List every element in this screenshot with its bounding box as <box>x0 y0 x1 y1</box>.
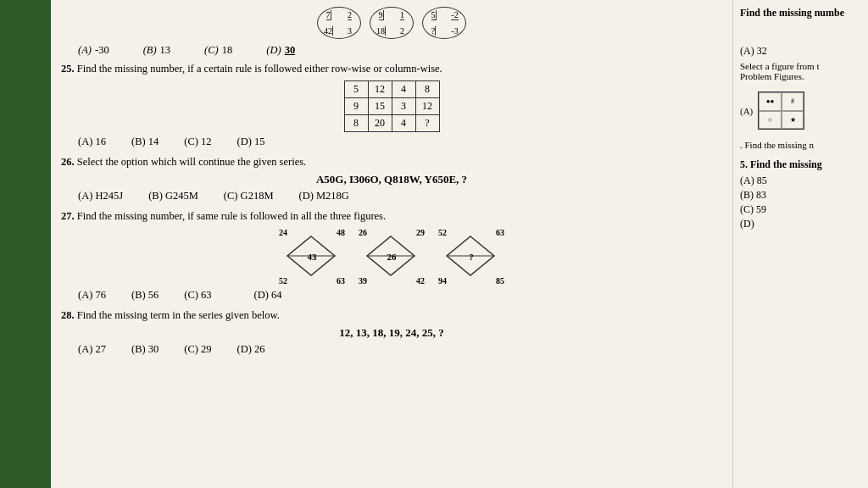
q26-text: 26. Select the option which will continu… <box>61 155 722 170</box>
right-panel: Find the missing numbe (A) 32 Select a f… <box>732 0 868 488</box>
d3-br: 85 <box>496 276 504 286</box>
cell: 20 <box>368 114 392 131</box>
cell: 4 <box>392 114 415 131</box>
q28-text: 28. Find the missing term in the series … <box>61 308 722 324</box>
cell: 5 <box>431 10 437 20</box>
option-b: (B) G245M <box>148 190 198 202</box>
table-row: 8 20 4 ? <box>344 114 439 131</box>
cell: 4 <box>392 80 415 97</box>
d1-tr: 48 <box>337 228 345 237</box>
left-panel <box>0 0 51 488</box>
cell: -2 <box>451 10 458 20</box>
cell: 3 <box>348 26 352 36</box>
box-cell-br: ★ <box>782 111 804 130</box>
q27-options: (A) 76 (B) 56 (C) 63 (D) 64 <box>61 289 722 302</box>
cell: 12 <box>368 80 392 97</box>
cell: 15 <box>368 97 392 114</box>
box-cell-bl: ○ <box>759 111 782 130</box>
option-c: (C) G218M <box>224 190 274 202</box>
right-panel-title: Find the missing numbe <box>740 7 861 19</box>
question-26: 26. Select the option which will continu… <box>61 155 722 203</box>
d1-br: 63 <box>337 276 345 286</box>
option-a: (A) -30 <box>78 44 109 57</box>
right-answer-section: (A) 32 Select a figure from tProblem Fig… <box>740 45 861 81</box>
d1-center: 43 <box>308 252 317 262</box>
option-b: (B) 56 <box>131 289 159 302</box>
cell: 18 <box>376 26 386 36</box>
d1-bl: 52 <box>279 276 287 286</box>
q25-text: 25. Find the missing number, if a certai… <box>61 62 722 77</box>
q5-section: 5. Find the missing (A) 85 (B) 83 (C) 59… <box>740 158 861 230</box>
top-options: (A) -30 (B) 13 (C) 18 (D) 30 <box>61 44 722 57</box>
d3-center: ? <box>469 252 474 262</box>
option-c: (C) 29 <box>184 343 211 356</box>
q5-option-c: (C) 59 <box>740 203 861 216</box>
q25-table: 5 12 4 8 9 15 3 12 8 20 4 ? <box>344 80 440 132</box>
circle-fig-2: 9 1 18 2 <box>370 7 414 39</box>
q5-title: 5. Find the missing <box>740 158 861 171</box>
cell: 2 <box>348 10 352 20</box>
option-b: (B) 30 <box>131 343 159 356</box>
right-fig-box: ●● # ○ ★ <box>758 92 804 130</box>
q27-text: 27. Find the missing number, if same rul… <box>61 209 722 225</box>
circle-fig-3: 5 -2 ? -3 <box>422 7 466 39</box>
option-a: (A) 16 <box>78 136 106 148</box>
d2-br: 42 <box>416 276 425 286</box>
question-25: 25. Find the missing number, if a certai… <box>61 62 722 148</box>
circle-fig-1: 7 2 42 3 <box>317 7 361 39</box>
option-b: (B) 14 <box>131 136 159 148</box>
cell: 5 <box>344 80 368 97</box>
cell: 42 <box>324 26 333 36</box>
option-d: (D) 64 <box>254 289 282 302</box>
right-subtitle: Select a figure from tProblem Figures. <box>740 61 861 81</box>
q5-option-a: (A) 85 <box>740 175 861 187</box>
option-d: (D) 15 <box>237 136 265 148</box>
option-a: (A) H245J <box>78 190 123 202</box>
table-row: 5 12 4 8 <box>344 80 439 97</box>
cell: 1 <box>400 10 404 20</box>
option-a: (A) 27 <box>78 343 106 356</box>
q28-series: 12, 13, 18, 19, 24, 25, ? <box>61 326 722 340</box>
option-a: (A) 76 <box>78 289 106 302</box>
option-c: (C) 12 <box>184 136 211 148</box>
cell: ? <box>415 114 439 131</box>
cell: 3 <box>392 97 415 114</box>
q26-series: A50G, I306O, Q818W, Y650E, ? <box>61 173 722 186</box>
diamond-fig-2: 26 29 26 39 42 <box>359 228 425 286</box>
right-box-section: (A) ●● # ○ ★ <box>740 88 861 133</box>
box-cell-tl: ●● <box>759 92 782 111</box>
q5-option-b: (B) 83 <box>740 189 861 202</box>
cell: ? <box>431 26 436 36</box>
d2-center: 26 <box>387 252 397 262</box>
right-answer-label: (A) 32 <box>740 45 861 58</box>
cell: 12 <box>415 97 439 114</box>
cell: 9 <box>344 97 368 114</box>
option-c: (C) 63 <box>184 289 211 302</box>
cell: 7 <box>326 10 331 20</box>
option-b: (B) 13 <box>143 44 170 57</box>
option-d: (D) M218G <box>299 190 349 202</box>
cell: 8 <box>415 80 439 97</box>
q5-option-d: (D) <box>740 218 861 230</box>
main-content: 7 2 42 3 9 1 18 2 5 -2 ? -3 (A) -30 (B) … <box>51 0 732 488</box>
option-c: (C) 18 <box>204 44 232 57</box>
diamond-fig-1: 24 48 43 52 63 <box>279 228 345 286</box>
d3-tr: 63 <box>496 228 504 237</box>
box-cell-tr: # <box>782 92 804 111</box>
diamond-fig-3: 52 63 ? 94 85 <box>438 228 504 286</box>
q26-options: (A) H245J (B) G245M (C) G218M (D) M218G <box>61 190 722 202</box>
find-missing-label: . Find the missing n <box>740 140 861 150</box>
option-d: (D) 26 <box>237 343 265 356</box>
question-27: 27. Find the missing number, if same rul… <box>61 209 722 302</box>
q25-options: (A) 16 (B) 14 (C) 12 (D) 15 <box>61 136 722 148</box>
q28-options: (A) 27 (B) 30 (C) 29 (D) 26 <box>61 343 722 356</box>
d3-bl: 94 <box>438 276 447 286</box>
cell: -3 <box>451 26 458 36</box>
top-figures-row: 7 2 42 3 9 1 18 2 5 -2 ? -3 <box>61 7 722 39</box>
option-d: (D) 30 <box>266 44 295 57</box>
d2-tr: 29 <box>416 228 425 237</box>
cell: 2 <box>400 26 404 36</box>
d2-bl: 39 <box>359 276 367 286</box>
cell: 8 <box>344 114 368 131</box>
table-row: 9 15 3 12 <box>344 97 439 114</box>
